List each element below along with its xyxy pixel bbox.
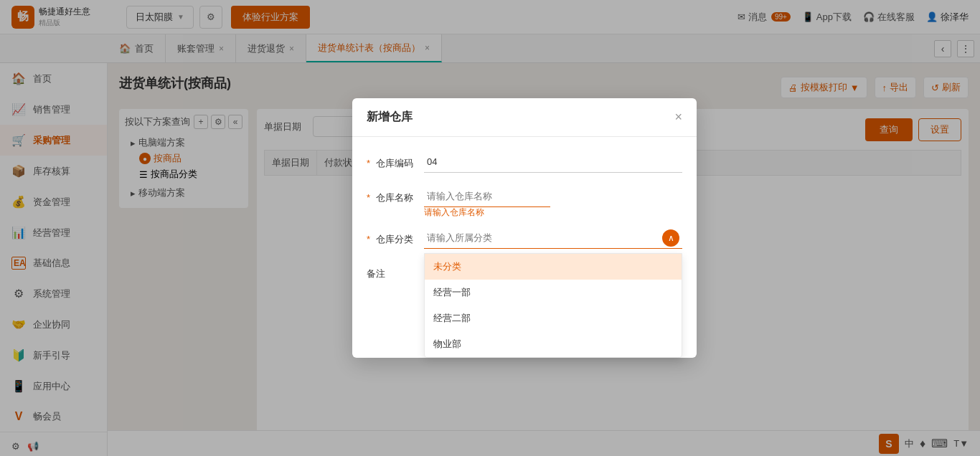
category-dropdown-list: 未分类 经营一部 经营二部 物业部 — [424, 253, 682, 358]
required-star-category: * — [367, 234, 370, 244]
modal-title: 新增仓库 — [367, 110, 413, 125]
remark-label: 备注 — [367, 262, 424, 280]
warehouse-code-input[interactable] — [424, 151, 682, 173]
category-label: * 仓库分类 — [367, 227, 424, 246]
new-warehouse-modal: 新增仓库 × * 仓库编码 * 仓库名称 请输入仓库名称 * — [352, 98, 697, 358]
modal-close-button[interactable]: × — [674, 110, 682, 125]
warehouse-name-input[interactable] — [424, 186, 550, 207]
dropdown-item-uncategorized[interactable]: 未分类 — [425, 254, 682, 280]
modal-body: * 仓库编码 * 仓库名称 请输入仓库名称 * 仓库分类 ∧ — [352, 137, 697, 310]
modal-header: 新增仓库 × — [352, 98, 697, 137]
name-label: * 仓库名称 — [367, 186, 424, 204]
warehouse-name-field: * 仓库名称 请输入仓库名称 — [367, 186, 682, 207]
category-dropdown-arrow[interactable]: ∧ — [662, 229, 679, 247]
warehouse-code-field: * 仓库编码 — [367, 151, 682, 173]
warehouse-category-field: * 仓库分类 ∧ 未分类 经营一部 经营二部 物业部 — [367, 227, 682, 249]
required-star-name: * — [367, 192, 370, 203]
dropdown-item-dept1[interactable]: 经营一部 — [425, 280, 682, 305]
code-label: * 仓库编码 — [367, 151, 424, 170]
name-error-message: 请输入仓库名称 — [424, 206, 484, 219]
dropdown-item-dept2[interactable]: 经营二部 — [425, 305, 682, 331]
category-select-wrapper: ∧ 未分类 经营一部 经营二部 物业部 — [424, 227, 682, 249]
required-star: * — [367, 158, 370, 168]
dropdown-item-dept3[interactable]: 物业部 — [425, 331, 682, 357]
category-input[interactable] — [424, 227, 682, 249]
